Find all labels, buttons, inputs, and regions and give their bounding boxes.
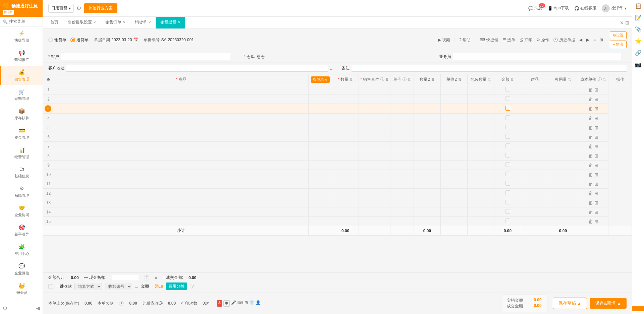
cost-cell[interactable] bbox=[548, 123, 578, 132]
sidebar-item-wechat[interactable]: 💬 企业微信 bbox=[0, 260, 43, 279]
delete-op-icon[interactable]: 🗑 bbox=[588, 200, 593, 205]
calc-method-select[interactable]: 结算方式 bbox=[74, 283, 102, 290]
avail-cell[interactable] bbox=[521, 198, 548, 207]
unit-cell[interactable] bbox=[332, 207, 359, 217]
grid-footer-icon[interactable]: ⊞ bbox=[245, 300, 248, 307]
cost-cell[interactable] bbox=[548, 151, 578, 161]
sidebar-item-finance[interactable]: 💳 资金管理 bbox=[0, 124, 43, 143]
unit2-cell[interactable] bbox=[414, 142, 441, 151]
product-cell[interactable] bbox=[54, 189, 309, 198]
unit2-cell[interactable] bbox=[414, 189, 441, 198]
unit-cell[interactable] bbox=[332, 95, 359, 104]
copy-op-icon[interactable]: ⊞ bbox=[594, 191, 598, 196]
qty2-cell[interactable] bbox=[390, 114, 414, 123]
cost-cell[interactable] bbox=[548, 104, 578, 114]
rp-note-icon[interactable]: 📝 bbox=[635, 14, 642, 21]
delete-op-icon[interactable]: 🗑 bbox=[588, 116, 593, 121]
gift-checkbox[interactable] bbox=[505, 172, 510, 176]
product-cell[interactable] bbox=[54, 207, 309, 217]
toolbar-video[interactable]: ▶ 视频 bbox=[438, 37, 450, 43]
qty-cell[interactable] bbox=[309, 142, 332, 151]
gift-checkbox[interactable] bbox=[505, 190, 510, 195]
gift-checkbox[interactable] bbox=[505, 125, 510, 129]
gift-checkbox[interactable] bbox=[505, 162, 510, 167]
scan-btn[interactable]: 扫码录入 bbox=[311, 76, 330, 83]
product-cell[interactable] bbox=[54, 179, 309, 189]
gift-cell[interactable] bbox=[494, 170, 521, 179]
price-cell[interactable] bbox=[359, 95, 390, 104]
toolbar-view-list[interactable]: ≡ bbox=[593, 38, 596, 42]
discount-input[interactable] bbox=[112, 275, 139, 280]
delete-op-icon[interactable]: 🗑 bbox=[588, 153, 593, 159]
unit2-cell[interactable] bbox=[414, 151, 441, 161]
sidebar-item-business[interactable]: 📊 经营管理 bbox=[0, 143, 43, 163]
tab-expand[interactable]: ⊞ bbox=[625, 20, 629, 25]
price-cell[interactable] bbox=[359, 207, 390, 217]
th-unit-info[interactable]: ⓘ bbox=[380, 77, 384, 82]
delete-op-icon[interactable]: 🗑 bbox=[588, 181, 593, 187]
gift-checkbox[interactable] bbox=[505, 87, 510, 91]
copy-op-icon[interactable]: ⊞ bbox=[594, 172, 598, 177]
tab-sales-order[interactable]: 销售订单 ✕ bbox=[101, 17, 130, 28]
add-payment-btn[interactable]: + 添加 bbox=[152, 284, 163, 289]
product-cell[interactable] bbox=[54, 114, 309, 123]
unit-cell[interactable] bbox=[332, 85, 359, 95]
cost-cell[interactable] bbox=[548, 132, 578, 142]
qty2-cell[interactable] bbox=[390, 217, 414, 226]
avail-cell[interactable] bbox=[521, 170, 548, 179]
unit-cell[interactable] bbox=[332, 198, 359, 207]
unit-cell[interactable] bbox=[332, 179, 359, 189]
cost-cell[interactable] bbox=[548, 161, 578, 170]
tab-close-all[interactable]: ✕ bbox=[620, 20, 624, 25]
copy-op-icon[interactable]: ⊞ bbox=[594, 144, 598, 149]
topbar-gear-icon[interactable]: ⚙ bbox=[76, 5, 81, 11]
qty-cell[interactable] bbox=[309, 151, 332, 161]
copy-op-icon[interactable]: ⊞ bbox=[594, 97, 598, 102]
toolbar-print[interactable]: 🖨 打印 bbox=[519, 37, 532, 43]
th-cost-info[interactable]: ⓘ bbox=[598, 77, 602, 82]
avail-cell[interactable] bbox=[521, 95, 548, 104]
mic-icon[interactable]: 🎤 bbox=[231, 300, 236, 307]
tab-sales-delivery-close[interactable]: ✕ bbox=[148, 20, 151, 24]
gift-cell[interactable] bbox=[494, 207, 521, 217]
radio-return[interactable]: 退货单 bbox=[70, 37, 89, 43]
toolbar-history[interactable]: 🕐 历史单据 bbox=[553, 37, 575, 43]
discount-info[interactable]: ? bbox=[144, 275, 149, 280]
sidebar-item-enterprise[interactable]: 🤝 企业协同 bbox=[0, 201, 43, 221]
settings-bottom-icon[interactable]: ⚙ bbox=[3, 305, 7, 311]
gift-cell[interactable] bbox=[494, 114, 521, 123]
amount-cell[interactable] bbox=[468, 179, 494, 189]
toolbar-shortcut[interactable]: ⌨ 快捷键 bbox=[480, 37, 498, 43]
sidebar-item-member[interactable]: 👑 畅会员 bbox=[0, 279, 43, 299]
sidebar-item-purchase[interactable]: 🛒 采购管理 bbox=[0, 85, 43, 105]
qty-cell[interactable] bbox=[309, 95, 332, 104]
qty2-cell[interactable] bbox=[390, 104, 414, 114]
avail-cell[interactable] bbox=[521, 207, 548, 217]
pkg-cell[interactable] bbox=[441, 179, 468, 189]
pkg-cell[interactable] bbox=[441, 170, 468, 179]
one-click-checkbox[interactable] bbox=[48, 284, 53, 289]
avail-cell[interactable] bbox=[521, 217, 548, 226]
message-btn[interactable]: 💬 消息 70 bbox=[528, 5, 542, 11]
price-cell[interactable] bbox=[359, 132, 390, 142]
pkg-cell[interactable] bbox=[441, 123, 468, 132]
gift-cell[interactable] bbox=[494, 123, 521, 132]
gift-cell[interactable] bbox=[494, 151, 521, 161]
avail-cell[interactable] bbox=[521, 179, 548, 189]
pkg-cell[interactable] bbox=[441, 151, 468, 161]
th-price-info[interactable]: ⓘ bbox=[402, 77, 407, 82]
product-cell[interactable] bbox=[54, 132, 309, 142]
gift-cell[interactable] bbox=[494, 104, 521, 114]
qty-cell[interactable] bbox=[309, 207, 332, 217]
collapse-icon[interactable]: ◀ bbox=[36, 305, 40, 311]
th-qty2-sort[interactable]: ⇅ bbox=[431, 77, 435, 82]
industry-select[interactable]: 日用百货 ▾ bbox=[48, 4, 74, 13]
unit2-cell[interactable] bbox=[414, 85, 441, 95]
delete-op-icon[interactable]: 🗑 bbox=[588, 219, 593, 224]
cost-cell[interactable] bbox=[548, 95, 578, 104]
unit-cell[interactable] bbox=[332, 170, 359, 179]
pkg-cell[interactable] bbox=[441, 104, 468, 114]
product-cell[interactable] bbox=[54, 95, 309, 104]
unit-cell[interactable] bbox=[332, 217, 359, 226]
sidebar-item-sales[interactable]: 💰 销售管理 bbox=[0, 66, 43, 85]
